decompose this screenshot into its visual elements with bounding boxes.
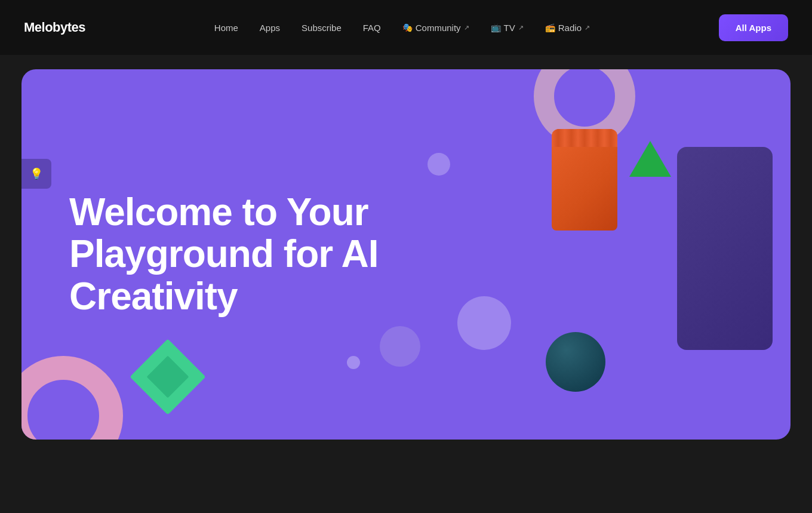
decorative-torus-pink	[21, 356, 123, 440]
nav-item-tv[interactable]: 📺 TV ↗	[491, 23, 524, 33]
nav-item-apps[interactable]: Apps	[260, 23, 280, 33]
tv-icon: 📺	[491, 23, 501, 32]
brand-logo[interactable]: Melobytes	[24, 20, 85, 35]
nav-item-home[interactable]: Home	[214, 23, 238, 33]
decorative-ellipse	[380, 326, 420, 367]
radio-icon: 📻	[545, 23, 555, 32]
decorative-circle-3	[347, 356, 360, 369]
external-link-icon-radio: ↗	[585, 24, 590, 32]
decorative-triangle-green	[629, 141, 671, 177]
decorative-circle-1	[427, 153, 450, 176]
lightbulb-icon: 💡	[30, 167, 43, 180]
decorative-ball-teal	[546, 332, 605, 392]
decorative-circle-2	[457, 296, 511, 350]
navbar: Melobytes Home Apps Subscribe FAQ 🎭 Comm…	[0, 0, 812, 55]
lightbulb-toggle-button[interactable]: 💡	[21, 159, 51, 189]
nav-item-faq[interactable]: FAQ	[363, 23, 381, 33]
nav-item-radio[interactable]: 📻 Radio ↗	[545, 23, 590, 33]
decorative-lego-purple	[677, 147, 773, 350]
nav-item-community[interactable]: 🎭 Community ↗	[402, 23, 469, 33]
hero-title: Welcome to Your Playground for AI Creati…	[69, 191, 379, 317]
bottom-area	[0, 454, 812, 490]
all-apps-button[interactable]: All Apps	[719, 14, 788, 41]
hero-wrapper: 💡 Welcome to Your Playground for AI Crea…	[0, 55, 812, 454]
community-icon: 🎭	[402, 23, 413, 32]
decorative-diamond-green	[130, 339, 205, 414]
hero-text-block: Welcome to Your Playground for AI Creati…	[69, 191, 379, 317]
external-link-icon: ↗	[464, 24, 469, 32]
hero-section: 💡 Welcome to Your Playground for AI Crea…	[21, 69, 791, 440]
external-link-icon-tv: ↗	[518, 24, 524, 32]
nav-links: Home Apps Subscribe FAQ 🎭 Community ↗ 📺 …	[214, 23, 590, 33]
decorative-cylinder-orange	[552, 129, 617, 231]
nav-item-subscribe[interactable]: Subscribe	[302, 23, 342, 33]
